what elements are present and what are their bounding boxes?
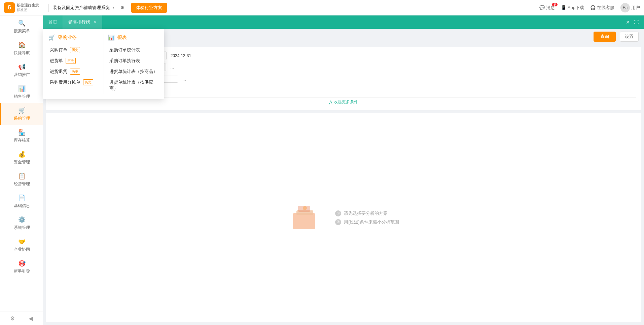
logo-icon: 6 [4, 2, 15, 13]
sidebar-bottom: ⚙ ◀ [0, 312, 43, 325]
svg-point-3 [303, 206, 307, 210]
operations-icon: 📋 [18, 172, 26, 180]
inventory-icon: 🏪 [18, 129, 26, 136]
svg-rect-0 [293, 213, 315, 229]
empty-hint: ① 请先选择要分析的方案 ② 用[过滤]条件来缩小分析范围 [335, 210, 399, 225]
settings-bottom-icon[interactable]: ⚙ [10, 315, 15, 322]
tab-actions: ✕ ⛶ [620, 15, 644, 29]
message-icon: 💬 [539, 5, 545, 10]
content-main: ① 请先选择要分析的方案 ② 用[过滤]条件来缩小分析范围 [46, 113, 641, 322]
hint-num-2: ② [335, 219, 341, 225]
sidebar-item-collab[interactable]: 🤝 企业协同 [0, 234, 43, 256]
sidebar-item-operations[interactable]: 📋 经营管理 [0, 168, 43, 190]
menu-section-reports: 📊 报表 采购订单统计表 采购订单执行表 进货单统计表（按商品） 进货单统计表（… [108, 34, 159, 94]
sidebar-item-label: 经营管理 [14, 181, 30, 187]
sidebar-item-purchase[interactable]: 🛒 采购管理 [0, 103, 43, 125]
date-range-value: 2024-12-31 [171, 53, 191, 58]
menu-section-reports-title: 📊 报表 [108, 34, 159, 41]
sidebar-item-finance[interactable]: 💰 资金管理 [0, 147, 43, 168]
menu-section-purchase-title: 🛒 采购业务 [48, 34, 100, 41]
hint-num-1: ① [335, 210, 341, 216]
hist-badge-inbound: 历史 [66, 58, 76, 64]
logo-text-area: 畅捷通好生意 标准版 [17, 3, 39, 12]
settings-small-btn[interactable]: 设置 [620, 32, 639, 42]
sidebar-item-marketing[interactable]: 📢 营销推广 [0, 59, 43, 81]
sidebar-item-label: 快捷导航 [14, 50, 30, 56]
menu-item-purchase-order[interactable]: 采购订单 历史 [48, 45, 100, 55]
sidebar-item-label: 销售管理 [14, 94, 30, 99]
industry-btn[interactable]: 体验行业方案 [131, 3, 167, 13]
sidebar-item-sales[interactable]: 📊 销售管理 [0, 81, 43, 103]
hist-badge-return: 历史 [70, 69, 80, 75]
sidebar-item-label: 搜索菜单 [14, 28, 30, 34]
purchase-icon: 🛒 [18, 107, 26, 114]
sidebar-item-label: 库存核算 [14, 137, 30, 143]
app-container: 6 畅捷通好生意 标准版 装备及固定资产辅助管理系统 ▼ ⚙ 体验行业方案 💬 … [0, 0, 644, 325]
sidebar-item-label: 新手引导 [14, 269, 30, 274]
sidebar-item-guide[interactable]: 🎯 新手引导 [0, 256, 43, 278]
salesperson-dots[interactable]: ... [182, 77, 186, 82]
basic-icon: 📄 [18, 194, 26, 202]
tab-home[interactable]: 首页 [43, 15, 63, 29]
hist-badge-expense: 历史 [83, 79, 93, 85]
menu-item-expense[interactable]: 采购费用分摊单 历史 [48, 77, 100, 88]
system-icon: ⚙️ [18, 216, 26, 224]
marketing-icon: 📢 [18, 63, 26, 71]
sidebar-item-label: 企业协同 [14, 247, 30, 252]
menu-item-inbound-by-supplier[interactable]: 进货单统计表（按供应商） [108, 77, 159, 94]
sidebar: 🔍 搜索菜单 🏠 快捷导航 📢 营销推广 📊 销售管理 🛒 采购管理 🏪 [0, 15, 43, 325]
sidebar-item-search[interactable]: 🔍 搜索菜单 [0, 15, 43, 37]
app-download-btn[interactable]: 📱 App下载 [561, 5, 584, 11]
collab-icon: 🤝 [18, 238, 26, 245]
sidebar-item-label: 系统管理 [14, 225, 30, 231]
sales-icon: 📊 [18, 85, 26, 92]
settings-icon-btn[interactable]: ⚙ [118, 3, 127, 12]
hint-item-1: ① 请先选择要分析的方案 [335, 210, 388, 216]
user-btn[interactable]: Ea 用户 [620, 3, 640, 12]
collapse-icon: ⋀ [329, 100, 332, 105]
sidebar-item-label: 采购管理 [14, 116, 30, 121]
sidebar-item-basic[interactable]: 📄 基础信息 [0, 190, 43, 212]
guide-icon: 🎯 [18, 260, 26, 267]
online-service-btn[interactable]: 🎧 在线客服 [590, 5, 614, 11]
reports-section-icon: 📊 [108, 34, 115, 41]
tab-close-window-icon[interactable]: ✕ [624, 18, 631, 26]
logo-text: 畅捷通好生意 [17, 3, 39, 7]
empty-wrapper: ① 请先选择要分析的方案 ② 用[过滤]条件来缩小分析范围 [288, 203, 399, 233]
menu-item-return[interactable]: 进货退货 历史 [48, 66, 100, 77]
message-badge: 9 [552, 3, 558, 6]
sidebar-item-nav[interactable]: 🏠 快捷导航 [0, 37, 43, 59]
empty-illustration [288, 203, 322, 230]
top-bar: 6 畅捷通好生意 标准版 装备及固定资产辅助管理系统 ▼ ⚙ 体验行业方案 💬 … [0, 0, 644, 15]
menu-item-inbound-by-goods[interactable]: 进货单统计表（按商品） [108, 66, 159, 77]
purchase-dropdown-menu: 🛒 采购业务 采购订单 历史 进货单 历史 进货退货 历史 采购费用分摊单 历史 [43, 29, 164, 99]
title-arrow-icon[interactable]: ▼ [112, 6, 115, 9]
sidebar-item-inventory[interactable]: 🏪 库存核算 [0, 125, 43, 147]
sidebar-item-system[interactable]: ⚙️ 系统管理 [0, 212, 43, 234]
collapse-sidebar-icon[interactable]: ◀ [29, 315, 33, 322]
menu-section-purchase: 🛒 采购业务 采购订单 历史 进货单 历史 进货退货 历史 采购费用分摊单 历史 [48, 34, 100, 94]
top-right: 💬 消息 9 📱 App下载 🎧 在线客服 Ea 用户 [539, 3, 640, 12]
purchase-section-icon: 🛒 [48, 34, 55, 41]
logo-area: 6 畅捷通好生意 标准版 [4, 2, 44, 13]
messages-btn[interactable]: 💬 消息 9 [539, 5, 555, 11]
tab-expand-icon[interactable]: ⛶ [633, 18, 640, 26]
hint-item-2: ② 用[过滤]条件来缩小分析范围 [335, 219, 399, 225]
menu-item-order-exec[interactable]: 采购订单执行表 [108, 55, 159, 66]
tab-sales-ranking[interactable]: 销售排行榜 ✕ [63, 15, 102, 29]
menu-item-inbound[interactable]: 进货单 历史 [48, 55, 100, 66]
sidebar-item-label: 基础信息 [14, 203, 30, 209]
search-icon: 🔍 [18, 19, 26, 27]
sidebar-item-label: 营销推广 [14, 72, 30, 78]
system-title: 装备及固定资产辅助管理系统 ▼ [53, 5, 115, 11]
tab-close-icon[interactable]: ✕ [94, 20, 97, 25]
menu-item-order-stats[interactable]: 采购订单统计表 [108, 45, 159, 55]
top-divider [48, 4, 49, 12]
goods-dots[interactable]: ... [170, 65, 174, 70]
empty-icon-area [288, 203, 322, 230]
menu-divider [104, 34, 104, 94]
avatar: Ea [620, 3, 630, 12]
query-btn[interactable]: 查询 [594, 32, 616, 42]
tab-bar: 首页 销售排行榜 ✕ ✕ ⛶ [43, 15, 644, 29]
phone-icon: 📱 [561, 5, 566, 10]
